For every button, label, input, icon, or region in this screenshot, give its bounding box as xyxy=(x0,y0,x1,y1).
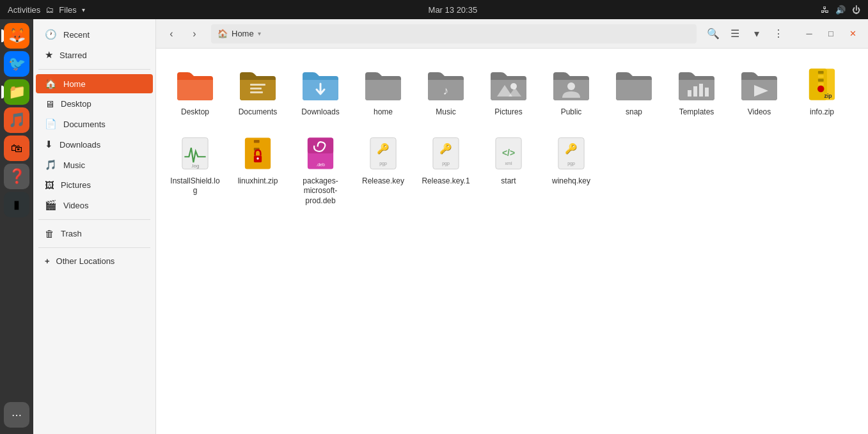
file-item-packages-deb[interactable]: .deb packages-microsoft-prod.deb xyxy=(292,128,349,212)
dock-terminal[interactable]: ▮ xyxy=(4,192,29,217)
topbar-left: Activities 🗂 Files ▾ xyxy=(8,5,85,15)
sidebar-divider-2 xyxy=(38,219,150,220)
minimize-button[interactable]: ─ xyxy=(799,24,819,44)
file-item-templates[interactable]: Templates xyxy=(668,59,725,123)
sidebar-label-downloads: Downloads xyxy=(59,140,100,150)
sidebar-label-other-locations: Other Locations xyxy=(56,256,115,266)
pgp-icon-release-key: 🔑 pgp xyxy=(363,133,404,174)
sidebar-item-other-locations[interactable]: + Other Locations xyxy=(36,252,153,270)
sidebar-item-recent[interactable]: 🕐 Recent xyxy=(36,25,153,44)
file-item-documents[interactable]: Documents xyxy=(229,59,287,123)
file-item-downloads[interactable]: Downloads xyxy=(292,59,349,123)
starred-icon: ★ xyxy=(45,49,53,61)
sidebar-item-videos[interactable]: 🎬 Videos xyxy=(36,196,153,215)
desktop-icon: 🖥 xyxy=(45,98,54,109)
file-item-home[interactable]: home xyxy=(354,59,412,123)
file-label-installshield-log: InstallShield.log xyxy=(169,176,221,196)
svg-text:pgp: pgp xyxy=(379,160,387,166)
files-menu-label[interactable]: Files xyxy=(59,5,76,15)
sidebar-label-starred: Starred xyxy=(59,50,87,60)
file-label-snap: snap xyxy=(626,107,642,118)
back-button[interactable]: ‹ xyxy=(161,24,182,44)
dock-files[interactable]: 📁 xyxy=(4,79,29,105)
svg-point-4 xyxy=(510,83,517,89)
view-options-button[interactable]: ▾ xyxy=(746,24,767,44)
file-label-release-key: Release.key xyxy=(362,176,404,187)
list-view-button[interactable]: ☰ xyxy=(725,24,745,44)
pgp-icon-release-key-1: 🔑 pgp xyxy=(425,133,466,174)
sidebar-label-pictures: Pictures xyxy=(61,180,91,190)
file-item-winehq-key[interactable]: 🔑 pgp winehq.key xyxy=(542,128,600,212)
folder-icon-documents xyxy=(237,64,278,105)
file-item-start[interactable]: </> xml start xyxy=(480,128,537,212)
folder-icon-pictures xyxy=(488,64,529,105)
sidebar-label-videos: Videos xyxy=(63,201,89,210)
folder-icon-home xyxy=(363,64,404,105)
location-label: Home xyxy=(232,29,254,38)
file-label-linuxhint-zip: linuxhint.zip xyxy=(238,176,278,187)
svg-text:.deb: .deb xyxy=(316,162,325,167)
files-menu-chevron[interactable]: ▾ xyxy=(82,6,85,13)
svg-rect-6 xyxy=(688,90,691,97)
zip-icon-info: zip xyxy=(801,64,842,105)
file-item-pictures[interactable]: Pictures xyxy=(480,59,537,123)
file-item-music[interactable]: ♪ Music xyxy=(417,59,475,123)
music-icon: 🎵 xyxy=(45,159,57,171)
file-toolbar: ‹ › 🏠 Home ▾ 🔍 ☰ ▾ ⋮ ─ □ ✕ xyxy=(156,19,868,49)
file-item-public[interactable]: Public xyxy=(542,59,600,123)
folder-icon-public xyxy=(551,64,592,105)
sound-icon[interactable]: 🔊 xyxy=(835,5,846,15)
network-icon: 🖧 xyxy=(821,5,829,15)
sidebar-label-documents: Documents xyxy=(63,120,106,129)
dock-firefox[interactable]: 🦊 xyxy=(4,23,29,49)
power-icon[interactable]: ⏻ xyxy=(852,5,860,15)
svg-text:pgp: pgp xyxy=(442,160,450,166)
svg-rect-15 xyxy=(818,82,824,85)
sidebar-item-pictures[interactable]: 🖼 Pictures xyxy=(36,176,153,194)
folder-icon-desktop xyxy=(175,64,216,105)
svg-rect-7 xyxy=(693,86,697,97)
svg-text:🔑: 🔑 xyxy=(377,143,390,155)
location-bar[interactable]: 🏠 Home ▾ xyxy=(211,24,697,43)
pgp-icon-winehq-key: 🔑 pgp xyxy=(551,133,592,174)
file-item-linuxhint-zip[interactable]: linuxhint.zip xyxy=(229,128,287,212)
file-item-release-key[interactable]: 🔑 pgp Release.key xyxy=(354,128,412,212)
sidebar-item-documents[interactable]: 📄 Documents xyxy=(36,114,153,134)
dock-rhythmbox[interactable]: 🎵 xyxy=(4,107,29,133)
home-icon: 🏠 xyxy=(45,78,57,89)
sidebar-item-desktop[interactable]: 🖥 Desktop xyxy=(36,95,153,113)
documents-icon: 📄 xyxy=(45,118,57,130)
dock-appstore[interactable]: 🛍 xyxy=(4,136,29,161)
zip-lock-icon-linuxhint xyxy=(237,133,278,174)
svg-text:pgp: pgp xyxy=(567,160,575,166)
sidebar: 🕐 Recent ★ Starred 🏠 Home 🖥 Desktop 📄 Do… xyxy=(33,19,156,434)
file-item-info-zip[interactable]: zip info.zip xyxy=(793,59,851,123)
sidebar-item-home[interactable]: 🏠 Home xyxy=(36,74,153,93)
search-button[interactable]: 🔍 xyxy=(703,24,723,44)
folder-icon-music: ♪ xyxy=(425,64,466,105)
file-item-videos[interactable]: Videos xyxy=(730,59,788,123)
forward-button[interactable]: › xyxy=(184,24,205,44)
maximize-button[interactable]: □ xyxy=(821,24,841,44)
svg-point-5 xyxy=(567,82,575,90)
location-chevron[interactable]: ▾ xyxy=(258,30,261,37)
file-label-info-zip: info.zip xyxy=(810,107,834,118)
sidebar-divider-1 xyxy=(38,69,150,70)
svg-rect-1 xyxy=(250,88,262,89)
sidebar-item-starred[interactable]: ★ Starred xyxy=(36,45,153,65)
file-item-installshield-log[interactable]: .log InstallShield.log xyxy=(166,128,224,212)
sidebar-item-music[interactable]: 🎵 Music xyxy=(36,155,153,174)
sidebar-item-trash[interactable]: 🗑 Trash xyxy=(36,224,153,243)
dock-show-apps[interactable]: ⋯ xyxy=(4,402,29,428)
file-item-snap[interactable]: snap xyxy=(605,59,663,123)
activities-label[interactable]: Activities xyxy=(8,5,40,15)
file-item-desktop[interactable]: Desktop xyxy=(166,59,224,123)
dock-thunderbird[interactable]: 🐦 xyxy=(4,51,29,77)
file-item-release-key-1[interactable]: 🔑 pgp Release.key.1 xyxy=(417,128,475,212)
other-locations-icon: + xyxy=(45,256,50,266)
close-button[interactable]: ✕ xyxy=(842,24,863,44)
dock-help[interactable]: ❓ xyxy=(4,164,29,189)
menu-button[interactable]: ⋮ xyxy=(768,24,789,44)
file-label-start: start xyxy=(501,176,516,187)
sidebar-item-downloads[interactable]: ⬇ Downloads xyxy=(36,135,153,154)
